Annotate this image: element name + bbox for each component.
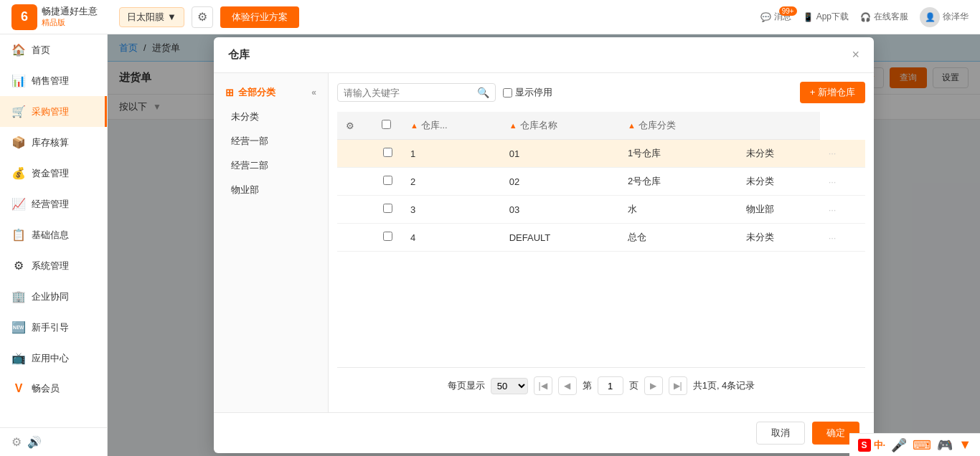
modal-overlay[interactable]: 仓库 × ⊞ 全部分类 « 未分类 经营一部 经营二部: [108, 34, 980, 456]
avatar-icon: 👤: [925, 12, 936, 22]
guide-icon: 🆕: [11, 320, 26, 334]
th-name: ▲ 仓库名称: [501, 112, 619, 140]
category-item-op1[interactable]: 经营一部: [214, 129, 328, 153]
gear-button[interactable]: ⚙: [192, 6, 213, 28]
app-download-item[interactable]: 📱 App下载: [803, 11, 849, 23]
sidebar-label-guide: 新手引导: [32, 321, 69, 334]
row-more-icon[interactable]: ···: [829, 232, 837, 243]
sidebar-item-purchase[interactable]: 🛒 采购管理: [0, 96, 107, 127]
modal-close-button[interactable]: ×: [852, 47, 859, 62]
sidebar-label-system: 系统管理: [32, 260, 69, 272]
category-item-uncategorized[interactable]: 未分类: [214, 105, 328, 129]
first-page-button[interactable]: |◀: [534, 376, 552, 395]
row-more-icon[interactable]: ···: [829, 204, 837, 215]
per-page-select[interactable]: 50 10 20 100: [491, 378, 528, 394]
row-code: 02: [501, 168, 619, 196]
row-actions: ···: [820, 140, 865, 168]
row-category: 未分类: [738, 224, 820, 252]
sidebar-item-enterprise[interactable]: 🏢 企业协同: [0, 281, 107, 312]
sound-bottom-icon[interactable]: 🔊: [27, 435, 42, 449]
th-code-label: 仓库...: [421, 119, 448, 132]
cancel-button[interactable]: 取消: [756, 422, 805, 445]
sidebar-label-stock: 库存核算: [32, 136, 69, 149]
service-label: 在线客服: [874, 11, 908, 23]
finance-icon: 💰: [11, 166, 26, 180]
try-industry-button[interactable]: 体验行业方案: [220, 6, 299, 28]
th-category: ▲ 仓库分类: [619, 112, 738, 140]
logo-main-text: 畅捷通好生意: [42, 6, 98, 17]
sidebar-item-stock[interactable]: 📦 库存核算: [0, 127, 107, 158]
prev-page-button[interactable]: ◀: [558, 376, 577, 395]
category-item-property[interactable]: 物业部: [214, 178, 328, 202]
settings-bottom-icon[interactable]: ⚙: [11, 435, 22, 449]
keyboard-icon[interactable]: ⌨: [913, 437, 931, 453]
sort-icon-name: ▲: [509, 121, 517, 130]
top-header: 6 畅捷通好生意 精品版 日太阳膜 ▼ ⚙ 体验行业方案 💬 消息 99+ 📱 …: [0, 0, 980, 34]
sidebar-label-home: 首页: [32, 44, 50, 57]
table-body: 1 01 1号仓库 未分类 ··· 2 02 2号仓库 未分类 ··· 3 03…: [337, 140, 865, 252]
add-warehouse-button[interactable]: + 新增仓库: [800, 82, 865, 103]
row-more-icon[interactable]: ···: [829, 176, 837, 187]
row-actions: ···: [820, 196, 865, 224]
sidebar-item-system[interactable]: ⚙ 系统管理: [0, 250, 107, 281]
row-code: 01: [501, 140, 619, 168]
table-row[interactable]: 3 03 水 物业部 ···: [337, 196, 865, 224]
show-disabled-checkbox[interactable]: [503, 88, 512, 98]
th-category-label: 仓库分类: [639, 119, 676, 132]
mic-icon[interactable]: 🎤: [891, 437, 907, 453]
enterprise-icon: 🏢: [11, 290, 26, 303]
store-selector[interactable]: 日太阳膜 ▼: [119, 7, 184, 27]
row-check[interactable]: [373, 224, 402, 252]
row-gear: [337, 196, 373, 224]
all-category-label[interactable]: 全部分类: [238, 86, 275, 99]
table-row[interactable]: 2 02 2号仓库 未分类 ···: [337, 168, 865, 196]
message-item[interactable]: 💬 消息 99+: [760, 11, 791, 23]
service-item[interactable]: 🎧 在线客服: [860, 11, 908, 23]
sidebar-item-member[interactable]: V 畅会员: [0, 374, 107, 404]
table-row[interactable]: 1 01 1号仓库 未分类 ···: [337, 140, 865, 168]
sidebar-item-operation[interactable]: 📈 经营管理: [0, 189, 107, 219]
dropdown-icon: ▼: [167, 11, 176, 22]
sidebar-label-member: 畅会员: [32, 382, 60, 395]
sidebar-item-finance[interactable]: 💰 资金管理: [0, 158, 107, 189]
row-check[interactable]: [373, 196, 402, 224]
th-check: [373, 112, 402, 140]
gamepad-icon[interactable]: 🎮: [937, 437, 953, 453]
search-input[interactable]: [344, 87, 473, 98]
category-item-op2[interactable]: 经营二部: [214, 153, 328, 178]
modal-body: ⊞ 全部分类 « 未分类 经营一部 经营二部 物业部: [214, 73, 874, 412]
modal-content-area: 🔍 显示停用 + 新增仓库: [329, 73, 874, 412]
sidebar-item-sales[interactable]: 📊 销售管理: [0, 65, 107, 96]
user-name: 徐泽华: [943, 11, 969, 23]
row-more-icon[interactable]: ···: [829, 148, 837, 158]
th-gear: ⚙: [337, 112, 373, 140]
select-all-checkbox[interactable]: [382, 120, 391, 129]
collapse-icon[interactable]: «: [311, 87, 316, 98]
sidebar-item-guide[interactable]: 🆕 新手引导: [0, 312, 107, 343]
sidebar-item-basic[interactable]: 📋 基础信息: [0, 219, 107, 250]
row-check[interactable]: [373, 140, 402, 168]
page-number-input[interactable]: [598, 376, 623, 395]
sidebar-label-purchase: 采购管理: [32, 105, 69, 118]
next-page-button[interactable]: ▶: [644, 376, 663, 395]
row-number: 1: [402, 140, 501, 168]
sidebar-item-home[interactable]: 🏠 首页: [0, 34, 107, 65]
row-check[interactable]: [373, 168, 402, 196]
arrow-down-icon[interactable]: ▼: [958, 437, 971, 452]
last-page-button[interactable]: ▶|: [669, 376, 687, 395]
row-gear: [337, 168, 373, 196]
row-number: 2: [402, 168, 501, 196]
sidebar-label-finance: 资金管理: [32, 167, 69, 180]
user-item[interactable]: 👤 徐泽华: [920, 7, 969, 27]
total-info: 共1页, 4条记录: [693, 379, 755, 392]
warehouse-modal: 仓库 × ⊞ 全部分类 « 未分类 经营一部 经营二部: [214, 37, 874, 453]
row-gear: [337, 140, 373, 168]
header-middle: 日太阳膜 ▼ ⚙ 体验行业方案: [119, 6, 760, 28]
row-code: 03: [501, 196, 619, 224]
logo-icon: 6: [11, 4, 37, 30]
search-input-wrap: 🔍: [337, 83, 496, 102]
member-icon: V: [11, 382, 26, 395]
sidebar-item-apps[interactable]: 📺 应用中心: [0, 343, 107, 374]
table-row[interactable]: 4 DEFAULT 总仓 未分类 ···: [337, 224, 865, 252]
th-code: ▲ 仓库...: [402, 112, 501, 140]
